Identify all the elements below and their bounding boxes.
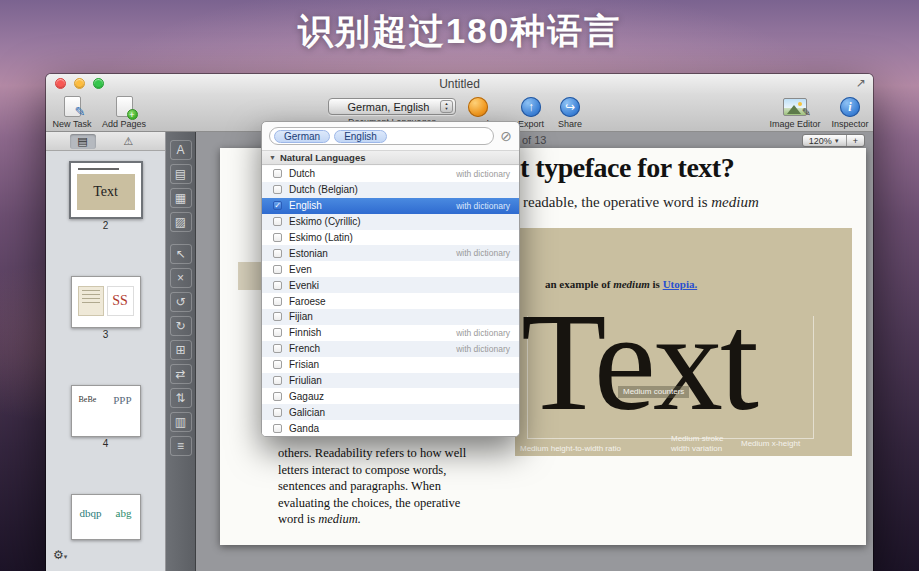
language-row[interactable]: Dutch (Belgian) <box>262 182 519 198</box>
language-checkbox[interactable] <box>273 328 282 337</box>
rotate-right-tool[interactable]: ↻ <box>170 316 192 336</box>
text-tool[interactable]: A <box>170 140 192 160</box>
language-row[interactable]: Galician <box>262 404 519 420</box>
columns-tool[interactable]: ≡ <box>170 436 192 456</box>
inspector-label: Inspector <box>826 119 874 129</box>
document-heading: t typeface for text? <box>520 152 734 184</box>
thumbnail-item: SS 3 <box>46 276 165 341</box>
text-region-tool[interactable]: ▤ <box>170 164 192 184</box>
crop-tool[interactable]: ⊞ <box>170 340 192 360</box>
language-label: Faroese <box>289 296 503 307</box>
inspector-button[interactable]: i Inspector <box>826 95 874 129</box>
rotate-right-tool-icon: ↻ <box>175 319 185 333</box>
language-checkbox[interactable] <box>273 297 282 306</box>
desktop: 识别超过180种语言 Untitled ↗ ✎ New Task + Add P… <box>0 0 919 571</box>
language-checkbox[interactable]: ✓ <box>273 201 282 210</box>
guide-line <box>813 316 814 438</box>
pattern-region-tool[interactable]: ▨ <box>170 212 192 232</box>
language-row[interactable]: Friulian <box>262 373 519 389</box>
language-row[interactable]: Fijian <box>262 309 519 325</box>
select-tool[interactable]: ↖ <box>170 244 192 264</box>
language-row[interactable]: Evenki <box>262 277 519 293</box>
language-checkbox[interactable] <box>273 233 282 242</box>
language-checkbox[interactable] <box>273 360 282 369</box>
language-label: Dutch <box>289 168 449 179</box>
fullscreen-icon[interactable]: ↗ <box>856 76 866 90</box>
document-body-text: others. Readability refers to how well l… <box>278 445 478 528</box>
add-pages-button[interactable]: + Add Pages <box>96 95 152 129</box>
page-thumbnail[interactable]: SS <box>71 276 141 328</box>
page-thumbnail[interactable]: Text <box>69 161 143 219</box>
language-row[interactable]: Eskimo (Cyrillic) <box>262 214 519 230</box>
clear-icon[interactable]: ⊘ <box>500 129 512 143</box>
action-menu-button[interactable]: ⚙▾ <box>53 548 67 562</box>
table-tool[interactable]: ▥ <box>170 412 192 432</box>
language-label: Frisian <box>289 359 503 370</box>
language-label: Fijian <box>289 311 503 322</box>
language-token[interactable]: German <box>274 130 330 143</box>
new-task-button[interactable]: ✎ New Task <box>48 95 96 129</box>
language-checkbox[interactable] <box>273 265 282 274</box>
language-checkbox[interactable] <box>273 312 282 321</box>
image-region-tool[interactable]: ▦ <box>170 188 192 208</box>
language-row[interactable]: Eskimo (Latin) <box>262 230 519 246</box>
document-subheading: readable, the operative word is medium <box>523 194 759 211</box>
language-checkbox[interactable] <box>273 408 282 417</box>
text-tool-icon: A <box>176 143 184 157</box>
zoom-in-button[interactable]: + <box>846 135 864 146</box>
language-row[interactable]: Dutchwith dictionary <box>262 166 519 182</box>
disclosure-triangle-icon[interactable]: ▼ <box>269 154 276 161</box>
page-thumbnail[interactable]: BeBe PPP <box>71 385 141 437</box>
rotate-left-tool[interactable]: ↺ <box>170 292 192 312</box>
dropdown-stepper-icon: ▲▼ <box>440 100 453 113</box>
language-label: Gagauz <box>289 391 503 402</box>
language-label: English <box>289 200 449 211</box>
flip-vertical-tool[interactable]: ⇅ <box>170 388 192 408</box>
language-row[interactable]: Frisian <box>262 357 519 373</box>
pages-tab[interactable]: ▤ <box>70 134 96 149</box>
page-number: 2 <box>46 220 165 232</box>
language-checkbox[interactable] <box>273 392 282 401</box>
language-checkbox[interactable] <box>273 344 282 353</box>
flip-vertical-tool-icon: ⇅ <box>175 391 185 405</box>
dictionary-note: with dictionary <box>456 344 510 354</box>
token-field[interactable]: GermanEnglish <box>269 127 494 145</box>
alerts-tab[interactable]: ⚠ <box>116 134 142 149</box>
language-row[interactable]: Even <box>262 261 519 277</box>
thumb-specimen: Text <box>77 174 135 210</box>
language-label: Friulian <box>289 375 503 386</box>
columns-tool-icon: ≡ <box>177 439 184 453</box>
page-number: 3 <box>46 329 165 341</box>
section-header[interactable]: ▼ Natural Languages <box>262 150 519 165</box>
image-editor-button[interactable]: ✎ Image Editor <box>766 95 824 129</box>
share-button[interactable]: ↪ Share <box>548 95 592 129</box>
language-row[interactable]: Ganda <box>262 420 519 436</box>
language-row[interactable]: Estonianwith dictionary <box>262 245 519 261</box>
thumb-figure: SS <box>107 286 134 316</box>
language-row[interactable]: ✓Englishwith dictionary <box>262 198 519 214</box>
dictionary-note: with dictionary <box>456 248 510 258</box>
language-checkbox[interactable] <box>273 376 282 385</box>
delete-region-tool[interactable]: × <box>170 268 192 288</box>
language-checkbox[interactable] <box>273 185 282 194</box>
language-checkbox[interactable] <box>273 424 282 433</box>
language-checkbox[interactable] <box>273 281 282 290</box>
language-checkbox[interactable] <box>273 217 282 226</box>
page-thumbnail[interactable]: dbqp abg <box>71 494 141 540</box>
language-row[interactable]: Finnishwith dictionary <box>262 325 519 341</box>
language-checkbox[interactable] <box>273 249 282 258</box>
title-bar[interactable]: Untitled ↗ <box>46 74 873 93</box>
select-tool-icon: ↖ <box>175 247 185 261</box>
language-row[interactable]: Faroese <box>262 293 519 309</box>
zoom-level-button[interactable]: 120%▼ <box>803 135 846 146</box>
language-dropdown[interactable]: German, English ▲▼ <box>328 98 456 115</box>
language-checkbox[interactable] <box>273 169 282 178</box>
flip-horizontal-tool[interactable]: ⇄ <box>170 364 192 384</box>
language-row[interactable]: Gagauz <box>262 388 519 404</box>
language-label: Estonian <box>289 248 449 259</box>
language-row[interactable]: Frenchwith dictionary <box>262 341 519 357</box>
language-list: Dutchwith dictionaryDutch (Belgian)✓Engl… <box>262 166 519 436</box>
image-editor-icon: ✎ <box>783 98 807 116</box>
language-token[interactable]: English <box>334 130 387 143</box>
figure-fragment <box>238 262 262 290</box>
